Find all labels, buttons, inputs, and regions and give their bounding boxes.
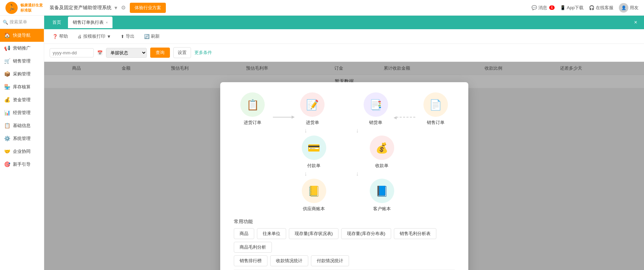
export-icon: ⬆ bbox=[121, 34, 124, 39]
flow-diagram: 📋 进货订单 ▶ bbox=[234, 92, 455, 212]
page-content: 商品 金额 预估毛利 预估毛利率 订金 累计收款金额 收款比例 还差多少天 bbox=[44, 62, 644, 270]
func-btn-product-gross[interactable]: 商品毛利分析 bbox=[234, 242, 272, 253]
receipt-bill-icon: 💰 bbox=[370, 136, 394, 160]
sales-bill-icon: 📑 bbox=[364, 92, 388, 117]
sales-order-icon: 📄 bbox=[423, 92, 448, 117]
beginner-icon: 🎯 bbox=[4, 161, 10, 167]
search-bar: 📅 单据状态 查询 设置 更多条件 bbox=[44, 44, 644, 62]
node-purchase-bill[interactable]: 📝 进货单 bbox=[293, 92, 331, 126]
sidebar-item-inventory[interactable]: 🏪 库存核算 bbox=[0, 80, 44, 93]
sidebar: 🔍 搜索菜单 🏠 快捷导航 📢 营销推广 🛒 销售管理 📦 采购管理 bbox=[0, 16, 44, 270]
func-btn-product[interactable]: 商品 bbox=[234, 228, 254, 239]
app-container: 🏃 畅康通好生意 标准版 装备及固定资产辅助管理系统 ▼ ⚙ 体验行业方案 💬 … bbox=[0, 0, 644, 270]
system-icon: ⚙️ bbox=[4, 136, 10, 142]
func-buttons-row1: 商品 往来单位 现存量(库存状况表) 现存量(库存分布表) 销售毛利分析表 商品… bbox=[234, 228, 455, 253]
func-btn-sales-gross[interactable]: 销售毛利分析表 bbox=[394, 228, 436, 239]
app-download-button[interactable]: 📱 App下载 bbox=[560, 5, 584, 11]
print-button[interactable]: 🖨 按模板打印 ▼ bbox=[75, 32, 114, 41]
message-button[interactable]: 💬 消息 6 bbox=[532, 5, 555, 11]
sidebar-item-basic[interactable]: 📋 基础信息 bbox=[0, 119, 44, 132]
node-purchase-order[interactable]: 📋 进货订单 bbox=[234, 92, 272, 126]
sidebar-item-beginner[interactable]: 🎯 新手引导 bbox=[0, 158, 44, 171]
purchase-icon: 📦 bbox=[4, 71, 10, 77]
content-toolbar: ❓ 帮助 🖨 按模板打印 ▼ ⬆ 导出 🔄 刷新 bbox=[44, 29, 644, 44]
payment-bill-icon: 💳 bbox=[302, 136, 326, 160]
func-btn-receipt-stats[interactable]: 收款情况统计 bbox=[270, 255, 308, 266]
message-badge: 6 bbox=[549, 5, 555, 10]
export-button[interactable]: ⬆ 导出 bbox=[118, 32, 137, 41]
message-icon: 💬 bbox=[532, 5, 537, 10]
func-btn-contacts[interactable]: 往来单位 bbox=[257, 228, 286, 239]
logo-area: 🏃 畅康通好生意 标准版 bbox=[5, 2, 50, 14]
modal-overlay: 📋 进货订单 ▶ bbox=[44, 62, 644, 270]
purchase-bill-icon: 📝 bbox=[300, 92, 325, 117]
service-icon: 🎧 bbox=[589, 5, 594, 10]
top-right-area: 💬 消息 6 📱 App下载 🎧 在线客服 👤 用友 bbox=[532, 3, 639, 13]
title-dropdown-icon[interactable]: ▼ bbox=[114, 5, 118, 11]
sidebar-item-enterprise[interactable]: 🤝 企业协同 bbox=[0, 145, 44, 158]
node-supplier-ledger[interactable]: 📒 供应商账本 bbox=[294, 179, 334, 212]
supplier-ledger-icon: 📒 bbox=[302, 179, 326, 203]
tab-bar: 首页 销售订单执行表 × × bbox=[44, 16, 644, 29]
tab-sales-order[interactable]: 销售订单执行表 × bbox=[68, 17, 112, 28]
system-title: 装备及固定资产辅助管理系统 ▼ bbox=[50, 5, 118, 11]
query-button[interactable]: 查询 bbox=[150, 48, 170, 58]
more-conditions-link[interactable]: 更多条件 bbox=[194, 50, 212, 56]
main-area: 🔍 搜索菜单 🏠 快捷导航 📢 营销推广 🛒 销售管理 📦 采购管理 bbox=[0, 16, 644, 270]
node-payment-bill[interactable]: 💳 付款单 bbox=[294, 136, 334, 169]
sidebar-item-marketing[interactable]: 📢 营销推广 bbox=[0, 42, 44, 55]
modal-content: 📋 进货订单 ▶ bbox=[220, 82, 468, 270]
sales-icon: 🛒 bbox=[4, 58, 10, 64]
refresh-button[interactable]: 🔄 刷新 bbox=[141, 32, 162, 41]
calendar-icon: 📅 bbox=[97, 50, 103, 55]
func-btn-payment-stats[interactable]: 付款情况统计 bbox=[311, 255, 349, 266]
print-dropdown-icon: ▼ bbox=[107, 34, 111, 39]
logo-icon: 🏃 bbox=[5, 2, 18, 14]
help-icon: ❓ bbox=[52, 34, 58, 39]
top-bar: 🏃 畅康通好生意 标准版 装备及固定资产辅助管理系统 ▼ ⚙ 体验行业方案 💬 … bbox=[0, 0, 644, 16]
sidebar-item-operations[interactable]: 📊 经营管理 bbox=[0, 106, 44, 119]
enterprise-icon: 🤝 bbox=[4, 148, 10, 155]
help-button[interactable]: ❓ 帮助 bbox=[50, 32, 71, 41]
node-sales-bill[interactable]: 📑 销货单 bbox=[357, 92, 395, 126]
print-icon: 🖨 bbox=[77, 34, 82, 39]
node-receipt-bill[interactable]: 💰 收款单 bbox=[362, 136, 402, 169]
settings-icon[interactable]: ⚙ bbox=[121, 4, 126, 11]
sidebar-item-system[interactable]: ⚙️ 系统管理 bbox=[0, 132, 44, 145]
func-buttons-row2: 销售排行榜 收款情况统计 付款情况统计 bbox=[234, 255, 455, 266]
func-btn-stock-dist[interactable]: 现存量(库存分布表) bbox=[341, 228, 391, 239]
sidebar-item-purchase[interactable]: 📦 采购管理 bbox=[0, 68, 44, 80]
customer-ledger-icon: 📘 bbox=[370, 179, 394, 203]
modal-dialog: 📋 进货订单 ▶ bbox=[220, 82, 468, 270]
refresh-icon: 🔄 bbox=[144, 34, 150, 39]
func-btn-sales-rank[interactable]: 销售排行榜 bbox=[234, 255, 267, 266]
brand-text: 畅康通好生意 标准版 bbox=[20, 3, 43, 13]
marketing-icon: 📢 bbox=[4, 45, 10, 51]
home-icon: 🏠 bbox=[4, 32, 10, 38]
window-close-icon[interactable]: × bbox=[630, 19, 641, 25]
tab-home[interactable]: 首页 bbox=[47, 16, 67, 29]
content-wrapper: ❓ 帮助 🖨 按模板打印 ▼ ⬆ 导出 🔄 刷新 bbox=[44, 29, 644, 270]
inventory-icon: 🏪 bbox=[4, 84, 10, 90]
tab-close-icon[interactable]: × bbox=[106, 20, 108, 24]
func-btn-stock-status[interactable]: 现存量(库存状况表) bbox=[289, 228, 339, 239]
sidebar-item-quick-nav[interactable]: 🏠 快捷导航 bbox=[0, 29, 44, 42]
basic-icon: 📋 bbox=[4, 123, 10, 129]
node-sales-order[interactable]: 📄 销售订单 bbox=[417, 92, 455, 126]
trial-button[interactable]: 体验行业方案 bbox=[130, 3, 166, 13]
date-start-input[interactable] bbox=[50, 48, 94, 57]
purchase-order-icon: 📋 bbox=[240, 92, 265, 117]
operations-icon: 📊 bbox=[4, 110, 10, 116]
app-icon: 📱 bbox=[560, 5, 565, 10]
settings-button[interactable]: 设置 bbox=[173, 47, 191, 58]
status-select[interactable]: 单据状态 bbox=[106, 48, 147, 58]
sidebar-item-finance[interactable]: 💰 资金管理 bbox=[0, 93, 44, 106]
sidebar-search[interactable]: 🔍 搜索菜单 bbox=[0, 16, 44, 29]
online-service-button[interactable]: 🎧 在线客服 bbox=[589, 5, 613, 11]
sidebar-item-sales[interactable]: 🛒 销售管理 bbox=[0, 55, 44, 68]
node-customer-ledger[interactable]: 📘 客户账本 bbox=[362, 179, 402, 212]
common-functions: 常用功能 商品 往来单位 现存量(库存状况表) 现存量(库存分布表) 销售毛利分… bbox=[234, 219, 455, 266]
content-area: 首页 销售订单执行表 × × ❓ 帮助 🖨 按模板打印 ▼ bbox=[44, 16, 644, 270]
common-funcs-title: 常用功能 bbox=[234, 219, 455, 225]
user-menu[interactable]: 👤 用友 bbox=[619, 3, 639, 13]
